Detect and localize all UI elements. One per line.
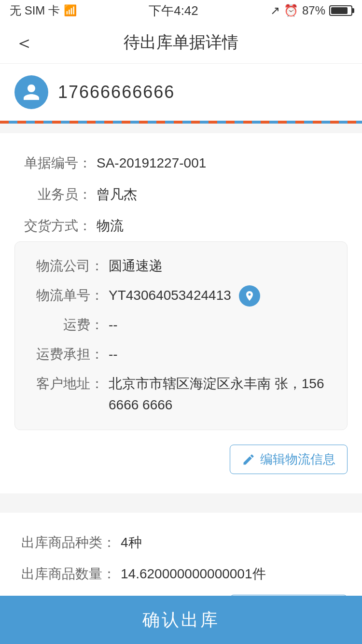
- carrier-label: 无 SIM 卡: [10, 3, 60, 18]
- battery-label: 87%: [302, 4, 325, 17]
- confirm-button-area[interactable]: 确认出库: [0, 596, 362, 644]
- freight-row: 运费： --: [15, 310, 347, 340]
- status-bar: 无 SIM 卡 📶 下午4:42 ↗ ⏰ 87%: [0, 0, 362, 21]
- address-row: 客户地址： 北京市市辖区海淀区永丰南 张，156 6666 6666: [15, 369, 347, 420]
- goods-types-value: 4种: [121, 532, 348, 554]
- freight-bear-value: --: [109, 344, 335, 365]
- document-section: 单据编号： SA-20191227-001 业务员： 曾凡杰 交货方式： 物流 …: [0, 133, 362, 493]
- back-button[interactable]: ＜: [14, 33, 34, 52]
- goods-quantity-row: 出库商品数量： 14.620000000000001件: [0, 559, 362, 590]
- delivery-value: 物流: [97, 215, 348, 237]
- page-title: 待出库单据详情: [124, 31, 238, 54]
- user-section: 17666666666: [0, 64, 362, 121]
- delivery-row: 交货方式： 物流: [0, 210, 362, 242]
- delivery-label: 交货方式：: [14, 215, 92, 237]
- address-label: 客户地址：: [27, 373, 104, 395]
- staff-row: 业务员： 曾凡杰: [0, 179, 362, 210]
- goods-quantity-value: 14.620000000000001件: [121, 563, 348, 585]
- status-time: 下午4:42: [149, 2, 198, 19]
- freight-label: 运费：: [27, 314, 104, 336]
- address-value: 北京市市辖区海淀区永丰南 张，156 6666 6666: [109, 373, 335, 417]
- edit-logistics-area: 编辑物流信息: [0, 440, 362, 479]
- logistics-tracking-label: 物流单号：: [27, 285, 104, 307]
- logistics-tracking-row: 物流单号： YT43064053424413: [15, 281, 347, 310]
- goods-types-label: 出库商品种类：: [14, 532, 116, 554]
- avatar: [14, 75, 48, 109]
- person-icon: [22, 83, 41, 102]
- tracking-location-button[interactable]: [239, 285, 260, 307]
- status-right: ↗ ⏰ 87%: [270, 4, 352, 17]
- goods-quantity-label: 出库商品数量：: [14, 563, 116, 585]
- logistics-card: 物流公司： 圆通速递 物流单号： YT43064053424413 运费： --…: [14, 241, 348, 430]
- dashed-divider: [0, 121, 362, 124]
- section-divider-1: [0, 493, 362, 503]
- doc-number-row: 单据编号： SA-20191227-001: [0, 148, 362, 179]
- tracking-row: YT43064053424413: [104, 285, 260, 307]
- freight-bear-row: 运费承担： --: [15, 340, 347, 369]
- edit-icon: [242, 453, 255, 466]
- logistics-company-label: 物流公司：: [27, 255, 104, 277]
- logistics-company-value: 圆通速递: [109, 255, 335, 277]
- user-phone: 17666666666: [58, 82, 175, 102]
- map-pin-icon: [244, 290, 255, 302]
- logistics-tracking-value: YT43064053424413: [109, 285, 231, 307]
- freight-bear-label: 运费承担：: [27, 344, 104, 365]
- location-status-icon: ↗: [270, 4, 280, 17]
- freight-value: --: [109, 314, 335, 336]
- alarm-icon: ⏰: [284, 4, 298, 17]
- confirm-button[interactable]: 确认出库: [142, 608, 220, 632]
- edit-logistics-button[interactable]: 编辑物流信息: [230, 445, 348, 474]
- staff-label: 业务员：: [14, 184, 92, 206]
- wifi-icon: 📶: [64, 4, 77, 17]
- battery-icon: [329, 5, 352, 16]
- doc-number-label: 单据编号：: [14, 153, 92, 174]
- logistics-company-row: 物流公司： 圆通速递: [15, 252, 347, 281]
- doc-number-value: SA-20191227-001: [97, 153, 348, 174]
- nav-bar: ＜ 待出库单据详情: [0, 21, 362, 64]
- goods-types-row: 出库商品种类： 4种: [0, 527, 362, 559]
- staff-value: 曾凡杰: [97, 184, 348, 206]
- status-left: 无 SIM 卡 📶: [10, 3, 77, 18]
